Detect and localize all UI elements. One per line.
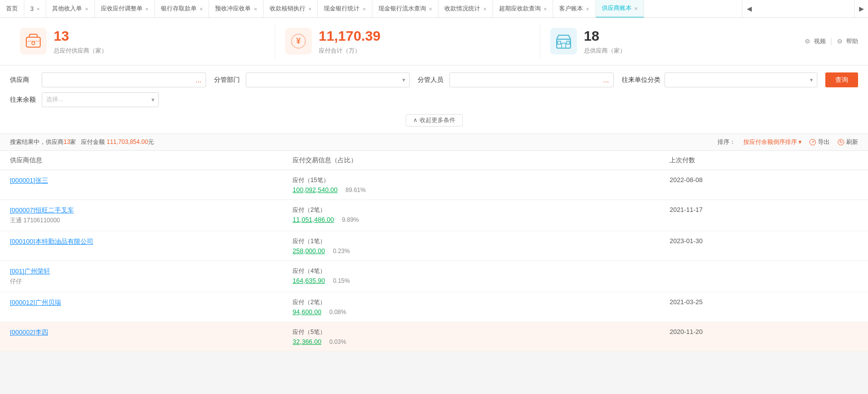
last-pay-cell: 2023-01-30 bbox=[669, 237, 858, 255]
filter-toggle: ∧ 收起更多条件 bbox=[10, 112, 858, 129]
table-row[interactable]: [000007]恒旺二手叉车 王通 17106110000 应付（2笔） 11,… bbox=[0, 200, 868, 231]
close-icon[interactable]: × bbox=[362, 6, 365, 12]
trans-label: 应付（1笔） bbox=[292, 237, 669, 246]
supplier-name-link[interactable]: [000100]本特勤油品有限公司 bbox=[10, 237, 292, 246]
supplier-filter-input[interactable]: ... bbox=[42, 72, 206, 87]
payable-supplier-count: 13 bbox=[54, 28, 107, 45]
trans-percent: 89.61% bbox=[346, 187, 366, 194]
trans-amount[interactable]: 94,600.00 bbox=[292, 308, 321, 316]
toggle-button[interactable]: ∧ 收起更多条件 bbox=[406, 114, 463, 127]
export-button[interactable]: ↗ 导出 bbox=[809, 138, 830, 146]
transaction-cell: 应付（5笔） 32,366.00 0.03% bbox=[292, 328, 669, 345]
person-filter-input[interactable]: ... bbox=[449, 72, 614, 87]
close-icon[interactable]: × bbox=[635, 5, 638, 11]
chevron-down-icon: ▾ bbox=[151, 96, 154, 103]
table-row[interactable]: [000002]李四 应付（5笔） 32,366.00 0.03% 2020-1… bbox=[0, 322, 868, 352]
nav-next-arrow[interactable]: ▶ bbox=[854, 0, 868, 18]
svg-point-2 bbox=[32, 42, 35, 45]
total-supplier-label: 总供应商（家） bbox=[584, 47, 626, 55]
category-filter-label: 往来单位分类 bbox=[622, 75, 660, 84]
trans-amount[interactable]: 258,000.00 bbox=[292, 247, 325, 255]
trans-label: 应付（2笔） bbox=[292, 206, 669, 214]
col-header-supplier: 供应商信息 bbox=[10, 156, 292, 165]
divider: │ bbox=[830, 38, 834, 45]
trans-amount[interactable]: 32,366.00 bbox=[292, 338, 321, 345]
table-row[interactable]: [000012]广州贝瑞 应付（2笔） 94,600.00 0.08% 2021… bbox=[0, 292, 868, 322]
tab-home[interactable]: 首页 bbox=[0, 0, 24, 18]
trans-amount-row: 258,000.00 0.23% bbox=[292, 247, 669, 255]
trans-percent: 0.08% bbox=[329, 309, 346, 316]
tab-bank-deposit[interactable]: 银行存取款单 × bbox=[155, 0, 209, 18]
trans-amount[interactable]: 164,635.90 bbox=[292, 277, 325, 284]
close-icon[interactable]: × bbox=[429, 6, 432, 12]
close-icon[interactable]: × bbox=[85, 6, 88, 12]
trans-label: 应付（2笔） bbox=[292, 298, 669, 307]
tab-other-income[interactable]: 其他收入单 × bbox=[46, 0, 94, 18]
supplier-name-link[interactable]: [001]广州荣轩 bbox=[10, 267, 292, 276]
col-header-transaction: 应付交易信息（占比） bbox=[292, 156, 669, 165]
summary-bar: 13 总应付供应商（家） ¥ 11,170.39 应付合计（万） bbox=[0, 18, 868, 66]
supplier-name-link[interactable]: [000001]张三 bbox=[10, 176, 292, 185]
help-icon: ⊙ bbox=[837, 38, 842, 45]
nav-prev-arrow[interactable]: ◀ bbox=[742, 0, 756, 18]
trans-amount-row: 11,051,486.00 9.89% bbox=[292, 216, 669, 223]
filter-row-2: 往来余额 选择... ▾ bbox=[10, 92, 858, 107]
video-icon: ⊙ bbox=[805, 38, 810, 45]
close-icon[interactable]: × bbox=[308, 6, 311, 12]
result-supplier-count: 13 bbox=[64, 138, 70, 145]
tab-customer-ledger[interactable]: 客户账本 × bbox=[553, 0, 595, 18]
balance-filter-select[interactable]: 选择... ▾ bbox=[42, 92, 159, 107]
supplier-cell: [000007]恒旺二手叉车 王通 17106110000 bbox=[10, 206, 292, 225]
trans-label: 应付（15笔） bbox=[292, 176, 669, 185]
category-filter-select[interactable]: ▾ bbox=[664, 72, 818, 87]
close-icon[interactable]: × bbox=[145, 6, 148, 12]
close-icon[interactable]: × bbox=[200, 6, 203, 12]
tab-overdue-query[interactable]: 超期应收款查询 × bbox=[493, 0, 553, 18]
result-bar: 搜索结果中，供应商13家 应付金额 111,703,854.00元 排序： 按应… bbox=[0, 134, 868, 151]
help-link[interactable]: 帮助 bbox=[846, 37, 858, 46]
trans-amount[interactable]: 11,051,486.00 bbox=[292, 216, 334, 223]
trans-amount[interactable]: 100,092,540.00 bbox=[292, 186, 337, 194]
close-icon[interactable]: × bbox=[37, 6, 40, 12]
supplier-contact: 仔仔 bbox=[10, 277, 292, 286]
tab-supplier-ledger[interactable]: 供应商账本 × bbox=[596, 0, 644, 18]
close-icon[interactable]: × bbox=[483, 6, 486, 12]
top-navigation: 首页 3 × 其他收入单 × 应收应付调整单 × 银行存取款单 × 预收冲应收单… bbox=[0, 0, 868, 18]
close-icon[interactable]: × bbox=[254, 6, 257, 12]
last-pay-date: 2022-08-08 bbox=[669, 176, 703, 184]
summary-card-payable-suppliers: 13 总应付供应商（家） bbox=[10, 24, 275, 59]
payable-total-amount: 11,170.39 bbox=[319, 28, 381, 45]
close-icon[interactable]: × bbox=[544, 6, 547, 12]
last-pay-cell bbox=[669, 267, 858, 286]
refresh-button[interactable]: ↻ 刷新 bbox=[838, 138, 858, 146]
supplier-name-link[interactable]: [000002]李四 bbox=[10, 328, 292, 337]
tab-collection-verify[interactable]: 收款核销执行 × bbox=[264, 0, 318, 18]
video-link[interactable]: 视频 bbox=[814, 37, 826, 46]
svg-text:¥: ¥ bbox=[296, 37, 300, 45]
sort-select[interactable]: 按应付余额倒序排序 ▾ bbox=[743, 138, 801, 146]
supplier-filter-label: 供应商 bbox=[10, 75, 38, 84]
svg-rect-6 bbox=[562, 43, 566, 48]
close-icon[interactable]: × bbox=[586, 6, 589, 12]
table-row[interactable]: [001]广州荣轩 仔仔 应付（4笔） 164,635.90 0.15% bbox=[0, 261, 868, 292]
svg-rect-0 bbox=[26, 37, 40, 47]
tab-3[interactable]: 3 × bbox=[24, 0, 46, 18]
transaction-cell: 应付（2笔） 11,051,486.00 9.89% bbox=[292, 206, 669, 225]
query-button[interactable]: 查询 bbox=[825, 72, 858, 87]
supplier-name-link[interactable]: [000012]广州贝瑞 bbox=[10, 298, 292, 307]
transaction-cell: 应付（1笔） 258,000.00 0.23% bbox=[292, 237, 669, 255]
tab-cash-flow-query[interactable]: 现金银行流水查询 × bbox=[372, 0, 438, 18]
tab-cash-bank-stat[interactable]: 现金银行统计 × bbox=[318, 0, 372, 18]
tab-ar-adjust[interactable]: 应收应付调整单 × bbox=[95, 0, 155, 18]
table-row[interactable]: [000001]张三 应付（15笔） 100,092,540.00 89.61%… bbox=[0, 170, 868, 200]
tab-advance-offset[interactable]: 预收冲应收单 × bbox=[209, 0, 263, 18]
transaction-cell: 应付（4笔） 164,635.90 0.15% bbox=[292, 267, 669, 286]
filter-department: 分管部门 ▾ bbox=[214, 72, 410, 87]
payable-supplier-label: 总应付供应商（家） bbox=[54, 47, 107, 55]
department-filter-select[interactable]: ▾ bbox=[246, 72, 410, 87]
tab-collection-stat[interactable]: 收款情况统计 × bbox=[438, 0, 493, 18]
table-row[interactable]: [000100]本特勤油品有限公司 应付（1笔） 258,000.00 0.23… bbox=[0, 231, 868, 261]
svg-rect-7 bbox=[558, 41, 561, 44]
table-header: 供应商信息 应付交易信息（占比） 上次付数 bbox=[0, 151, 868, 170]
supplier-name-link[interactable]: [000007]恒旺二手叉车 bbox=[10, 206, 292, 215]
